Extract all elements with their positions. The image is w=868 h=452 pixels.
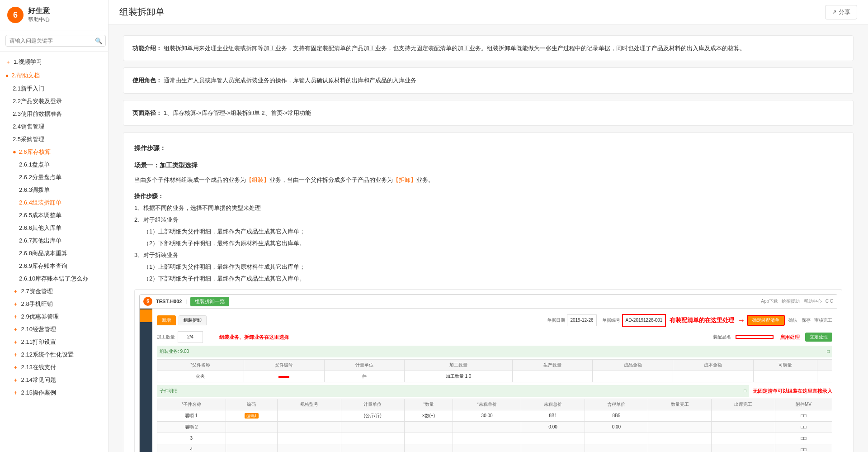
annotation-enable: 启用处理: [780, 332, 800, 342]
td-adjustable: [753, 371, 817, 382]
th-parent-name: *父件名称: [157, 360, 244, 371]
sim-company: TEST-H002: [156, 296, 182, 306]
sidebar-item-stock-assembly[interactable]: 2.6.4组装拆卸单: [0, 196, 108, 209]
sidebar-item-personalize[interactable]: ＋ 2.12系统个性化设置: [0, 348, 108, 361]
path-box: 页面路径： 1、库存核算->库存管理->组装拆卸单 2、首页->常用功能: [123, 100, 854, 126]
role-label: 使用角色：: [132, 77, 162, 84]
sim-no-label: 单据编号: [602, 316, 620, 325]
annotation-type: 组装业务、拆卸业务在这里选择: [219, 332, 289, 342]
sidebar-item-cases[interactable]: ＋ 2.15操作案例: [0, 386, 108, 399]
sidebar-item-mobile[interactable]: ＋ 2.8手机旺铺: [0, 298, 108, 310]
share-icon: ↗: [832, 9, 837, 15]
sidebar-item-finance[interactable]: ＋ 2.7资金管理: [0, 285, 108, 298]
annotation-has-bom: 有装配清单的在这里处理: [670, 314, 734, 326]
sim-tab-assembly[interactable]: 组装拆卸: [179, 315, 207, 325]
sim-lower-table: *子件名称 编码 规格型号 计量单位 *数量 *未税单价 未税总价 含税单价 数: [157, 399, 832, 452]
td-qty-complete1: [648, 410, 712, 422]
sidebar: 6 好生意 帮助中心 🔍 ＋ 1.视频学习 ● 2.帮助文档 2.1新手入门 2…: [0, 0, 108, 452]
table-row: 嚼嚼 1 编码1 (公斤/斤) ×数(+) 30.00 8B1 8B5: [157, 410, 832, 422]
role-box: 使用角色： 通常由生产人员或库管人员完成拆装业务的操作，库管人员确认原材料的出库…: [123, 67, 854, 93]
td-product-amt: [593, 371, 673, 382]
arrow-icon: →: [737, 312, 745, 328]
sidebar-item-stock-check[interactable]: 2.6.1盘点单: [0, 158, 108, 171]
main: 组装拆卸单 ↗ 分享 功能介绍： 组装拆卸单用来处理企业组装或拆卸等加工业务，支…: [108, 0, 868, 452]
share-button[interactable]: ↗ 分享: [825, 5, 857, 19]
function-intro-label: 功能介绍：: [132, 45, 162, 52]
table-row: 火夹 件 加工数量 1·0: [157, 371, 832, 382]
th-unit: 计量单位: [324, 360, 405, 371]
sim-assembly-label: 装配品名: [713, 333, 731, 342]
sidebar-item-faq[interactable]: ＋ 2.14常见问题: [0, 374, 108, 386]
sim-upper-table: *父件名称 父件编号 计量单位 加工数量 生产数量 成品金额 成本金额 可调量: [157, 359, 832, 382]
sim-nav-item: [140, 364, 152, 376]
td-qty2: [404, 422, 453, 433]
sim-lower-section: 子件明细 □ 无固定清单可以组装在这里直接录入: [157, 385, 832, 397]
sim-nav-btn[interactable]: 组装拆卸一览: [190, 297, 229, 306]
th-untax-price: *未税单价: [453, 399, 521, 410]
sidebar-item-cost-recalc[interactable]: 2.6.8商品成本重算: [0, 247, 108, 260]
sim-tab-new[interactable]: 新增: [157, 315, 176, 325]
sidebar-item-stock[interactable]: ● 2.6库存核算: [0, 146, 108, 158]
td-child-name1: 嚼嚼 1: [157, 410, 226, 422]
sidebar-item-sales[interactable]: 2.4销售管理: [0, 120, 108, 133]
step1: 1、根据不同的业务，选择不同单据的类型来处理: [134, 202, 842, 214]
sidebar-item-purchase[interactable]: 2.5采购管理: [0, 133, 108, 146]
td-out-complete2: [712, 422, 775, 433]
sidebar-item-ledger-query[interactable]: 2.6.9库存账本查询: [0, 260, 108, 272]
sim-nav-item: [140, 337, 152, 349]
td-tax1: 8B5: [585, 410, 648, 422]
sidebar-item-stock-split[interactable]: 2.6.2分量盘点单: [0, 171, 108, 184]
sidebar-item-docs[interactable]: ● 2.帮助文档: [0, 69, 108, 82]
td-unit-1: (公斤/斤): [341, 410, 404, 422]
search-button[interactable]: 🔍: [95, 38, 103, 44]
td-attach1: □□: [775, 410, 832, 422]
sidebar-item-install[interactable]: 2.2产品安装及登录: [0, 95, 108, 108]
sidebar-item-print[interactable]: ＋ 2.11打印设置: [0, 336, 108, 348]
td-unit: 件: [324, 371, 405, 382]
td-code1: 编码1: [226, 410, 278, 422]
topbar: 组装拆卸单 ↗ 分享: [108, 0, 868, 24]
sidebar-item-cost-adjust[interactable]: 2.6.5成本调整单: [0, 209, 108, 222]
sidebar-item-stock-adjust[interactable]: 2.6.3调拨单: [0, 184, 108, 196]
sim-nav-item-active: [140, 309, 152, 322]
scenario1-title: 场景一：加工类型选择: [134, 159, 842, 171]
sidebar-item-payment[interactable]: ＋ 2.13在线支付: [0, 361, 108, 374]
sidebar-item-ops-mgmt[interactable]: ＋ 2.10经营管理: [0, 323, 108, 336]
td-spec1: [278, 410, 341, 422]
td-process-qty: 加工数量 1·0: [405, 371, 512, 382]
td-out-complete1: [712, 410, 775, 422]
logo-name: 好生意: [28, 6, 50, 16]
th-out-complete: 出库完工: [712, 399, 775, 410]
sidebar-item-ledger-error[interactable]: 2.6.10库存账本错了怎么办: [0, 272, 108, 285]
sidebar-item-label: 1.视频学习: [14, 58, 42, 66]
sidebar-item-newcomer[interactable]: 2.1新手入门: [0, 82, 108, 95]
th-produce-qty: 生产数量: [512, 360, 593, 371]
search-input[interactable]: [5, 35, 106, 47]
th-qty: *数量: [404, 399, 453, 410]
sidebar-item-video[interactable]: ＋ 1.视频学习: [0, 55, 108, 69]
nav-tree: ＋ 1.视频学习 ● 2.帮助文档 2.1新手入门 2.2产品安装及登录 2.3…: [0, 52, 108, 452]
step2-sub2: （2）下部明细为子件明细，最终作为原材料生成其它出库单。: [143, 238, 842, 249]
sidebar-item-data-prep[interactable]: 2.3使用前数据准备: [0, 108, 108, 120]
sim-assembly-value: [736, 335, 774, 339]
sim-nav-item: [140, 350, 152, 363]
sim-confirm-bom-btn[interactable]: 确定装配清单: [747, 315, 785, 326]
th-product-amt: 成品金额: [593, 360, 673, 371]
sidebar-item-label: 2.帮助文档: [11, 71, 40, 80]
td-untax1: 30.00: [453, 410, 521, 422]
td-cost-amt: [673, 371, 754, 382]
th-spec: 规格型号: [278, 399, 341, 410]
sidebar-item-coupon[interactable]: ＋ 2.9优惠券管理: [0, 310, 108, 323]
td-action: [817, 371, 832, 382]
sim-enable-btn[interactable]: 立定处理: [805, 333, 832, 342]
step3-sub2: （2）下部明细为子件明细，最终作为产成品生成其它入库单。: [143, 273, 842, 285]
td-parent-name: 火夹: [157, 371, 244, 382]
th-untax-total: 未税总价: [521, 399, 585, 410]
sidebar-item-other-in[interactable]: 2.6.6其他入库单: [0, 222, 108, 234]
role-text: 通常由生产人员或库管人员完成拆装业务的操作，库管人员确认原材料的出库和产成品的入…: [164, 77, 416, 84]
step3: 3、对于拆装业务: [134, 249, 842, 261]
table-row: 4□□: [157, 444, 832, 452]
sim-lower-label: 子件明细: [160, 386, 178, 395]
steps-block: 操作步骤： 场景一：加工类型选择 当由多个子件材料组装成一个成品的业务为【组装】…: [123, 132, 854, 452]
sidebar-item-other-out[interactable]: 2.6.7其他出库单: [0, 234, 108, 247]
